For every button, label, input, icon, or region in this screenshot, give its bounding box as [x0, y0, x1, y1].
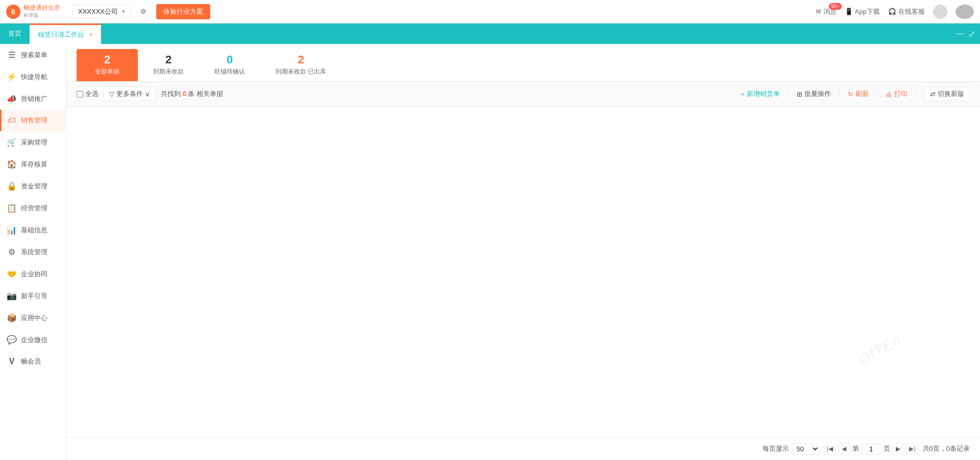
sidebar-item-app-center[interactable]: 📦 应用中心 [0, 307, 66, 329]
switch-new-button[interactable]: ⇄ 切换新版 [924, 87, 970, 101]
divider-4 [916, 90, 916, 98]
megaphone-icon: 📣 [7, 94, 17, 104]
refresh-label: 刷新 [855, 89, 869, 99]
sidebar-item-members[interactable]: V 畅会员 [0, 351, 66, 372]
top-header: 6 畅捷通好生意 标准版 XXXXXX公司 ▼ ⚙ 体验行业方案 ✉ 消息 99… [0, 0, 980, 23]
batch-icon: ⊞ [797, 90, 802, 98]
select-all-label: 全选 [85, 89, 99, 99]
print-icon: 🖨 [886, 90, 892, 98]
pagination-bar: 每页显示 50 100 200 |◀ ◀ 第 页 ▶ ▶| 共0页，0条 [66, 437, 980, 460]
sidebar-label-guide: 新手引导 [21, 292, 47, 301]
sidebar-item-operations[interactable]: 📋 经营管理 [0, 197, 66, 219]
sidebar: ☰ 搜索菜单 ⚡ 快捷导航 📣 营销推广 🏷 销售管理 🛒 采购管理 🏠 库存核… [0, 44, 66, 460]
avatar[interactable] [933, 5, 947, 19]
page-size-label: 每页显示 [763, 444, 789, 453]
tab-home[interactable]: 首页 [0, 23, 30, 44]
main-layout: ☰ 搜索菜单 ⚡ 快捷导航 📣 营销推广 🏷 销售管理 🛒 采购管理 🏠 库存核… [0, 44, 980, 460]
company-name: XXXXXX公司 [78, 7, 118, 16]
sidebar-label-sys: 系统管理 [21, 248, 47, 257]
sidebar-item-marketing[interactable]: 📣 营销推广 [0, 88, 66, 110]
logo-area: 6 畅捷通好生意 标准版 [6, 4, 72, 19]
stats-num-all: 2 [104, 53, 110, 66]
select-all-checkbox[interactable]: 全选 [77, 89, 99, 99]
found-count: 0 [183, 90, 186, 98]
tab-qianhuoriqing[interactable]: 钱货日清工作台 × [30, 23, 101, 44]
online-service-button[interactable]: 🎧 在线客服 [888, 7, 925, 16]
found-text: 共找到 0 条 相关单据 [161, 89, 223, 99]
settings-icon-button[interactable]: ⚙ [136, 4, 151, 19]
print-label: 打印 [894, 89, 908, 99]
sidebar-item-sys-mgmt[interactable]: ⚙ 系统管理 [0, 241, 66, 263]
download-icon: 📱 [845, 8, 853, 15]
close-icon[interactable]: × [89, 31, 93, 38]
sidebar-item-basic-info[interactable]: 📊 基础信息 [0, 219, 66, 241]
stats-label-pending: 旺铺待确认 [214, 67, 245, 76]
first-page-button[interactable]: |◀ [824, 443, 836, 455]
prev-page-button[interactable]: ◀ [838, 443, 850, 455]
toolbar: 全选 ▽ 更多条件 ∨ 共找到 0 条 相关单据 + [66, 82, 980, 107]
new-sale-button[interactable]: + 新增销货单 [741, 89, 780, 99]
company-selector[interactable]: XXXXXX公司 ▼ [72, 5, 132, 19]
dropdown-arrow-icon: ∨ [145, 90, 150, 98]
messages-button[interactable]: ✉ 消息 99+ [816, 7, 837, 16]
sidebar-label-members: 畅会员 [21, 357, 41, 366]
active-tab-label: 钱货日清工作台 [38, 30, 84, 39]
refresh-button[interactable]: ↻ 刷新 [848, 89, 869, 99]
sidebar-item-search-menu[interactable]: ☰ 搜索菜单 [0, 44, 66, 66]
found-prefix: 共找到 [161, 90, 181, 98]
batch-ops-button[interactable]: ⊞ 批量操作 [797, 89, 831, 99]
headset-icon: 🎧 [888, 8, 896, 15]
cart-icon: 🛒 [7, 137, 17, 147]
app-download-button[interactable]: 📱 App下载 [845, 7, 880, 16]
logo-icon: 6 [6, 5, 20, 19]
gear-icon: ⚙ [140, 8, 146, 15]
expand-icon[interactable]: ⤢ [968, 29, 975, 39]
page-input[interactable] [861, 444, 881, 454]
content-area: 2 全部单据 2 到期未收款 0 旺铺待确认 2 到期未收款 已出库 [66, 44, 980, 460]
plus-icon: + [741, 90, 745, 98]
header-right: ✉ 消息 99+ 📱 App下载 🎧 在线客服 [816, 5, 974, 19]
sidebar-item-inventory[interactable]: 🏠 库存核算 [0, 153, 66, 175]
stats-label-overdue: 到期未收款 [153, 67, 184, 76]
divider-3 [877, 90, 877, 98]
guide-icon: 📷 [7, 291, 17, 301]
stats-tab-pending[interactable]: 0 旺铺待确认 [199, 49, 260, 81]
last-page-button[interactable]: ▶| [906, 443, 919, 455]
sidebar-item-enterprise[interactable]: 🤝 企业协同 [0, 263, 66, 285]
nav-tabs-actions: — ⤢ [956, 29, 980, 39]
more-conditions-label: 更多条件 [116, 89, 143, 99]
page-size-select[interactable]: 50 100 200 [791, 443, 820, 455]
table-icon: 📊 [7, 225, 17, 235]
total-info: 共0页，0条记录 [923, 444, 970, 453]
logo-text: 畅捷通好生意 [23, 4, 60, 12]
nav-tabs-bar: 首页 钱货日清工作台 × — ⤢ [0, 23, 980, 44]
flash-icon: ⚡ [7, 72, 17, 82]
sidebar-item-purchase[interactable]: 🛒 采购管理 [0, 131, 66, 153]
sidebar-label-purchase: 采购管理 [21, 138, 47, 147]
stats-tab-overdue-out[interactable]: 2 到期未收款 已出库 [260, 49, 341, 81]
page-suffix: 页 [884, 444, 890, 453]
stats-tab-overdue[interactable]: 2 到期未收款 [138, 49, 199, 81]
stats-label-overdue-out: 到期未收款 已出库 [276, 67, 326, 76]
sidebar-item-guide[interactable]: 📷 新手引导 [0, 285, 66, 307]
online-service-label: 在线客服 [898, 7, 925, 16]
stats-tab-all[interactable]: 2 全部单据 [77, 49, 138, 81]
next-page-button[interactable]: ▶ [892, 443, 904, 455]
sidebar-item-sales[interactable]: 🏷 销售管理 [0, 110, 66, 131]
print-button[interactable]: 🖨 打印 [886, 89, 908, 99]
sidebar-item-capital[interactable]: 🔒 资金管理 [0, 175, 66, 197]
minimize-icon[interactable]: — [956, 29, 964, 38]
switch-new-label: 切换新版 [938, 89, 964, 99]
sidebar-item-enterprise-wechat[interactable]: 💬 企业微信 [0, 329, 66, 351]
cog-icon: ⚙ [7, 247, 17, 257]
sidebar-label-sales: 销售管理 [21, 116, 47, 125]
page-navigation: |◀ ◀ 第 页 ▶ ▶| [824, 443, 919, 455]
more-conditions-button[interactable]: ▽ 更多条件 ∨ [104, 87, 156, 101]
chevron-down-icon: ▼ [121, 9, 126, 14]
sidebar-item-quick-nav[interactable]: ⚡ 快捷导航 [0, 66, 66, 88]
new-sale-label: 新增销货单 [747, 89, 780, 99]
trial-button[interactable]: 体验行业方案 [156, 4, 210, 19]
select-all-input[interactable] [77, 91, 83, 98]
switch-icon: ⇄ [930, 90, 936, 98]
stats-tabs: 2 全部单据 2 到期未收款 0 旺铺待确认 2 到期未收款 已出库 [66, 44, 980, 82]
